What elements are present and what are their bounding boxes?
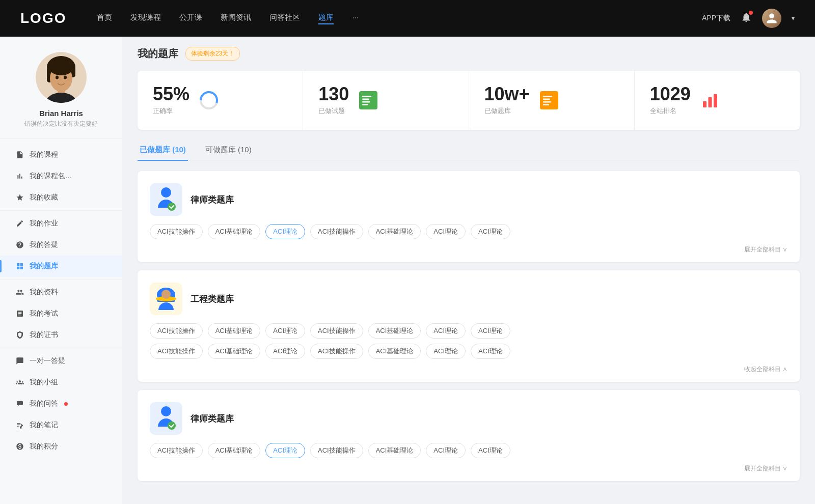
tag-item-active[interactable]: ACI理论	[265, 224, 305, 239]
tag-item[interactable]: ACI基础理论	[208, 344, 261, 359]
tag-item[interactable]: ACI理论	[426, 443, 466, 458]
svg-rect-25	[714, 94, 717, 107]
nav-open-course[interactable]: 公开课	[179, 13, 202, 24]
app-download-link[interactable]: APP下载	[702, 14, 730, 23]
tag-item[interactable]: ACI基础理论	[208, 224, 261, 239]
tab-available[interactable]: 可做题库 (10)	[203, 140, 254, 161]
tab-done[interactable]: 已做题库 (10)	[138, 140, 188, 161]
tag-item[interactable]: ACI技能操作	[310, 443, 363, 458]
nav-discover[interactable]: 发现课程	[130, 13, 161, 24]
tag-item[interactable]: ACI理论	[265, 323, 305, 339]
user-avatar[interactable]	[762, 9, 781, 28]
collapse-link-2[interactable]: 收起全部科目 ∧	[744, 366, 787, 373]
sidebar-item-exam[interactable]: 我的考试	[0, 303, 122, 324]
sidebar-label: 我的答疑	[30, 240, 58, 249]
tag-item[interactable]: ACI技能操作	[310, 344, 363, 359]
main-content: 我的题库 体验剩余23天！ 55% 正确率	[122, 37, 815, 504]
cert-icon	[15, 330, 24, 340]
tags-row-1: ACI技能操作 ACI基础理论 ACI理论 ACI技能操作 ACI基础理论 AC…	[150, 224, 787, 239]
bank-title-3: 律师类题库	[191, 413, 234, 425]
sidebar-label: 我的资料	[30, 288, 58, 297]
tag-item[interactable]: ACI理论	[471, 443, 510, 458]
tag-item[interactable]: ACI基础理论	[208, 443, 261, 458]
svg-point-12	[206, 97, 212, 103]
tag-item[interactable]: ACI理论	[426, 224, 466, 239]
group-icon	[15, 378, 24, 387]
svg-point-31	[161, 290, 171, 299]
bank-title: 工程类题库	[191, 293, 234, 305]
nav-home[interactable]: 首页	[97, 13, 112, 24]
tag-item[interactable]: ACI基础理论	[368, 323, 421, 339]
tag-item[interactable]: ACI技能操作	[150, 443, 203, 458]
tags-row-2a: ACI技能操作 ACI基础理论 ACI理论 ACI技能操作 ACI基础理论 AC…	[150, 323, 787, 339]
tag-item[interactable]: ACI基础理论	[368, 224, 421, 239]
file-icon	[15, 150, 24, 159]
nav-more[interactable]: ···	[352, 13, 359, 24]
question-icon	[15, 240, 24, 249]
tag-item[interactable]: ACI技能操作	[310, 323, 363, 339]
tag-item[interactable]: ACI理论	[426, 323, 466, 339]
sidebar: Brian Harris 错误的决定比没有决定要好 我的课程 我的课程包...	[0, 37, 122, 504]
tag-item[interactable]: ACI理论	[471, 323, 510, 339]
stat-rank: 1029 全站排名	[635, 71, 800, 130]
expand-link-1[interactable]: 展开全部科目 ∨	[744, 246, 787, 253]
sidebar-item-questions[interactable]: 我的问答	[0, 393, 122, 414]
sidebar-label: 我的收藏	[30, 193, 58, 202]
sidebar-item-points[interactable]: 我的积分	[0, 436, 122, 457]
tag-item[interactable]: ACI技能操作	[150, 323, 203, 339]
svg-rect-23	[703, 101, 707, 107]
tag-item[interactable]: ACI技能操作	[150, 344, 203, 359]
tag-item[interactable]: ACI基础理论	[368, 344, 421, 359]
note-icon	[15, 421, 24, 430]
sidebar-item-course[interactable]: 我的课程	[0, 144, 122, 165]
svg-rect-19	[543, 96, 552, 97]
page-title: 我的题库	[138, 47, 178, 61]
tag-item-active[interactable]: ACI理论	[265, 443, 305, 458]
sidebar-label: 我的小组	[30, 378, 58, 387]
svg-point-6	[64, 76, 67, 79]
tag-item[interactable]: ACI理论	[471, 344, 510, 359]
svg-point-26	[161, 187, 171, 198]
tag-item[interactable]: ACI理论	[471, 224, 510, 239]
svg-point-33	[168, 422, 176, 430]
pie-chart-icon	[198, 89, 220, 111]
nav-links: 首页 发现课程 公开课 新闻资讯 问答社区 题库 ···	[97, 13, 702, 24]
notification-bell[interactable]	[741, 12, 752, 25]
profile-section: Brian Harris 错误的决定比没有决定要好	[0, 52, 122, 139]
sidebar-item-cert[interactable]: 我的证书	[0, 324, 122, 346]
qa-icon	[15, 399, 24, 408]
tag-item[interactable]: ACI基础理论	[208, 323, 261, 339]
sidebar-item-profile[interactable]: 我的资料	[0, 282, 122, 303]
bank-section-lawyer-1: 律师类题库 ACI技能操作 ACI基础理论 ACI理论 ACI技能操作 ACI基…	[138, 171, 800, 262]
bank-title: 律师类题库	[191, 194, 234, 206]
sidebar-item-notes[interactable]: 我的笔记	[0, 414, 122, 436]
tag-item[interactable]: ACI技能操作	[150, 224, 203, 239]
stat-label-done-questions: 已做试题	[318, 106, 349, 116]
svg-rect-20	[543, 99, 550, 100]
sidebar-item-qa[interactable]: 我的答疑	[0, 234, 122, 256]
expand-link-3[interactable]: 展开全部科目 ∨	[744, 465, 787, 472]
tag-item[interactable]: ACI技能操作	[310, 224, 363, 239]
separator	[0, 348, 122, 348]
bank-footer-1: 展开全部科目 ∨	[150, 244, 787, 254]
sidebar-item-group[interactable]: 我的小组	[0, 372, 122, 393]
sidebar-item-homework[interactable]: 我的作业	[0, 213, 122, 234]
separator	[0, 210, 122, 211]
svg-rect-22	[543, 104, 549, 106]
nav-bank[interactable]: 题库	[318, 13, 334, 24]
stats-row: 55% 正确率 130 已做试题	[138, 71, 800, 130]
sidebar-item-bank[interactable]: 我的题库	[0, 256, 122, 277]
user-menu-chevron[interactable]: ▾	[792, 15, 795, 22]
sidebar-item-package[interactable]: 我的课程包...	[0, 165, 122, 187]
orange-list-icon	[538, 89, 560, 111]
sidebar-menu: 我的课程 我的课程包... 我的收藏 我的作业	[0, 144, 122, 457]
nav-news[interactable]: 新闻资讯	[221, 13, 251, 24]
tag-item[interactable]: ACI基础理论	[368, 443, 421, 458]
sidebar-item-favorites[interactable]: 我的收藏	[0, 187, 122, 208]
sidebar-item-one-on-one[interactable]: 一对一答疑	[0, 350, 122, 372]
sidebar-label: 我的课程包...	[30, 172, 71, 181]
tag-item[interactable]: ACI理论	[265, 344, 305, 359]
nav-qa[interactable]: 问答社区	[269, 13, 300, 24]
tag-item[interactable]: ACI理论	[426, 344, 466, 359]
user-name: Brian Harris	[39, 109, 83, 118]
